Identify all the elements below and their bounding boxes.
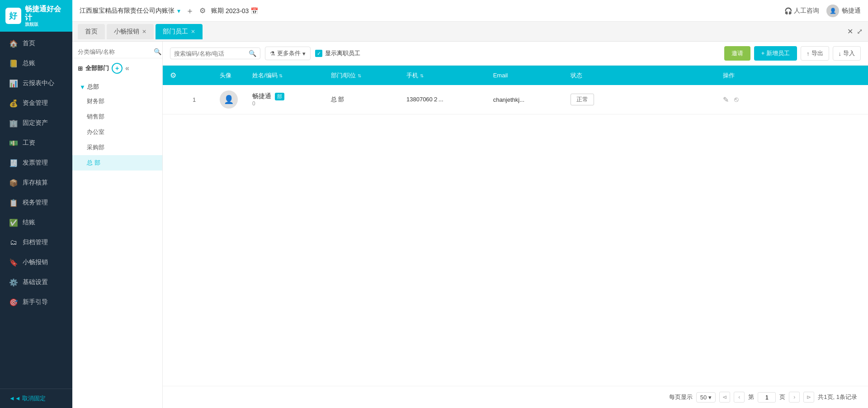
edit-employee-button[interactable]: ✎ bbox=[723, 95, 729, 104]
table-row: 1 👤 畅捷通 部 bbox=[163, 85, 868, 114]
employee-search-box: 🔍 bbox=[170, 47, 260, 59]
th-dept[interactable]: 部门/职位 ⇅ bbox=[324, 66, 399, 85]
dept-item-sales[interactable]: 销售部 bbox=[72, 109, 162, 124]
tree-arrow-icon: ▼ bbox=[80, 84, 85, 90]
th-action: 操作 bbox=[716, 66, 868, 85]
sidebar-item-checkout[interactable]: ✅ 结账 bbox=[0, 213, 72, 232]
avatar-person-icon: 👤 bbox=[224, 95, 234, 104]
employee-name-row: 畅捷通 部 bbox=[252, 92, 316, 100]
employee-panel: 🔍 ⚗ 更多条件 ▾ ✓ 显示离职员工 邀请 + 新增员工 ↑ 导出 bbox=[163, 42, 868, 408]
tab-expense[interactable]: 小畅报销 ✕ bbox=[107, 24, 154, 39]
pagination: 每页显示 50 ▾ ⊲ ‹ 第 页 › ⊳ 共1页, 1条记录 bbox=[163, 386, 868, 408]
page-unit: 页 bbox=[779, 393, 785, 401]
tab-home[interactable]: 首页 bbox=[78, 24, 105, 39]
add-employee-button[interactable]: + 新增员工 bbox=[754, 46, 797, 61]
export-button[interactable]: ↑ 导出 bbox=[801, 46, 829, 61]
th-name[interactable]: 姓名/编码 ⇅ bbox=[245, 66, 324, 85]
sidebar-item-label: 总账 bbox=[23, 59, 35, 67]
content-area: 🔍 ⊞ 全部部门 + « ▼ 总部 财务部 销售部 bbox=[72, 42, 868, 408]
th-phone[interactable]: 手机 ⇅ bbox=[399, 66, 486, 85]
archive-icon: 🗂 bbox=[9, 238, 18, 247]
collapse-dept-icon[interactable]: « bbox=[125, 64, 129, 72]
dept-item-purchase[interactable]: 采购部 bbox=[72, 140, 162, 155]
per-page-label: 每页显示 bbox=[669, 393, 693, 401]
add-company-button[interactable]: ＋ bbox=[186, 5, 194, 16]
show-resigned-toggle[interactable]: ✓ 显示离职员工 bbox=[315, 49, 360, 57]
support-button[interactable]: 🎧 人工咨询 bbox=[784, 7, 819, 15]
td-checkbox bbox=[163, 85, 185, 114]
sidebar-item-xiaochang[interactable]: 🔖 小畅报销 bbox=[0, 252, 72, 272]
dept-item-office[interactable]: 办公室 bbox=[72, 124, 162, 140]
dept-search: 🔍 bbox=[72, 45, 162, 58]
tab-expense-close[interactable]: ✕ bbox=[142, 28, 146, 35]
dept-grid-icon: ⊞ bbox=[78, 65, 83, 72]
sidebar-item-guide[interactable]: 🎯 新手引导 bbox=[0, 292, 72, 312]
filter-button[interactable]: ⚗ 更多条件 ▾ bbox=[265, 47, 311, 60]
page-first-button[interactable]: ⊲ bbox=[719, 392, 730, 403]
dept-tree: ▼ 总部 财务部 销售部 办公室 采购部 总 部 bbox=[72, 78, 162, 172]
export-label: 导出 bbox=[811, 49, 823, 57]
td-dept: 总 部 bbox=[324, 85, 399, 114]
sidebar-item-invoice[interactable]: 🧾 发票管理 bbox=[0, 153, 72, 173]
sidebar-item-assets[interactable]: 🏢 固定资产 bbox=[0, 113, 72, 133]
tab-dept[interactable]: 部门员工 ✕ bbox=[156, 24, 203, 39]
dept-search-input[interactable] bbox=[78, 48, 154, 55]
tab-dept-close[interactable]: ✕ bbox=[191, 28, 195, 35]
show-resigned-checkbox[interactable]: ✓ bbox=[315, 50, 322, 57]
invite-button[interactable]: 邀请 bbox=[724, 46, 750, 61]
period-selector[interactable]: 账期 2023-03 📅 bbox=[211, 7, 258, 15]
dept-item-general[interactable]: 总 部 bbox=[72, 155, 162, 171]
import-label: 导入 bbox=[843, 49, 855, 57]
unpin-button[interactable]: ◄◄ 取消固定 bbox=[0, 389, 72, 408]
table-header-row: ⚙ 头像 姓名/编码 ⇅ 部门/职位 bbox=[163, 66, 868, 85]
logo-title: 畅捷通好会计 bbox=[25, 5, 67, 22]
sidebar-item-ledger[interactable]: 📒 总账 bbox=[0, 53, 72, 73]
table-settings-icon[interactable]: ⚙ bbox=[170, 71, 176, 79]
tab-close-all-button[interactable]: ✕ bbox=[847, 27, 853, 36]
td-phone: 13807060２... bbox=[399, 85, 486, 114]
sidebar-item-archive[interactable]: 🗂 归档管理 bbox=[0, 232, 72, 252]
employee-phone: 13807060２... bbox=[406, 96, 443, 103]
page-next-button[interactable]: › bbox=[789, 392, 800, 403]
sidebar-item-settings[interactable]: ⚙️ 基础设置 bbox=[0, 272, 72, 292]
dept-panel: 🔍 ⊞ 全部部门 + « ▼ 总部 财务部 销售部 bbox=[72, 42, 163, 408]
sidebar-item-salary[interactable]: 💵 工资 bbox=[0, 133, 72, 153]
sidebar-item-inventory[interactable]: 📦 库存核算 bbox=[0, 173, 72, 193]
sidebar-item-tax[interactable]: 📋 税务管理 bbox=[0, 193, 72, 213]
employee-search-input[interactable] bbox=[174, 50, 246, 57]
headset-icon: 🎧 bbox=[784, 7, 792, 14]
tabs-bar: 首页 小畅报销 ✕ 部门员工 ✕ ✕ ⤢ bbox=[72, 22, 868, 42]
dept-header: ⊞ 全部部门 + « bbox=[72, 58, 162, 78]
dept-item-finance[interactable]: 财务部 bbox=[72, 94, 162, 109]
company-selector[interactable]: 江西服宝精品有限责任公司内账张 ▾ bbox=[80, 7, 180, 15]
page-number-input[interactable] bbox=[758, 392, 776, 403]
dept-badge: 部 bbox=[275, 93, 284, 100]
tab-expand-button[interactable]: ⤢ bbox=[857, 27, 863, 36]
page-prev-button[interactable]: ‹ bbox=[734, 392, 745, 403]
th-email-label: Email bbox=[493, 72, 508, 79]
company-dropdown-icon: ▾ bbox=[177, 7, 180, 14]
per-page-select[interactable]: 50 ▾ bbox=[696, 392, 716, 403]
user-menu[interactable]: 👤 畅捷通 bbox=[826, 5, 861, 17]
page-last-button[interactable]: ⊳ bbox=[803, 392, 814, 403]
td-avatar: 👤 bbox=[212, 85, 245, 114]
settings-nav-icon: ⚙️ bbox=[9, 278, 18, 287]
sidebar-item-reports[interactable]: 📊 云报表中心 bbox=[0, 73, 72, 93]
toolbar-right: 邀请 + 新增员工 ↑ 导出 ↓ 导入 bbox=[724, 46, 861, 61]
topbar-settings-icon[interactable]: ⚙ bbox=[199, 6, 206, 15]
employee-toolbar: 🔍 ⚗ 更多条件 ▾ ✓ 显示离职员工 邀请 + 新增员工 ↑ 导出 bbox=[163, 42, 868, 66]
sidebar-item-label: 工资 bbox=[23, 139, 35, 147]
sidebar-item-label: 发票管理 bbox=[23, 159, 48, 167]
dept-group-general[interactable]: ▼ 总部 bbox=[72, 80, 162, 94]
add-dept-button[interactable]: + bbox=[112, 63, 123, 74]
dept-sort-icon: ⇅ bbox=[358, 73, 361, 78]
employee-search-icon[interactable]: 🔍 bbox=[249, 50, 256, 57]
logout-employee-button[interactable]: ⎋ bbox=[734, 95, 739, 104]
import-button[interactable]: ↓ 导入 bbox=[833, 46, 861, 61]
dept-search-icon[interactable]: 🔍 bbox=[154, 48, 161, 55]
period-value: 2023-03 bbox=[226, 7, 249, 14]
page-label: 第 bbox=[748, 393, 754, 401]
sidebar-item-capital[interactable]: 💰 资金管理 bbox=[0, 93, 72, 113]
sidebar-item-home[interactable]: 🏠 首页 bbox=[0, 33, 72, 53]
th-email: Email bbox=[486, 66, 563, 85]
